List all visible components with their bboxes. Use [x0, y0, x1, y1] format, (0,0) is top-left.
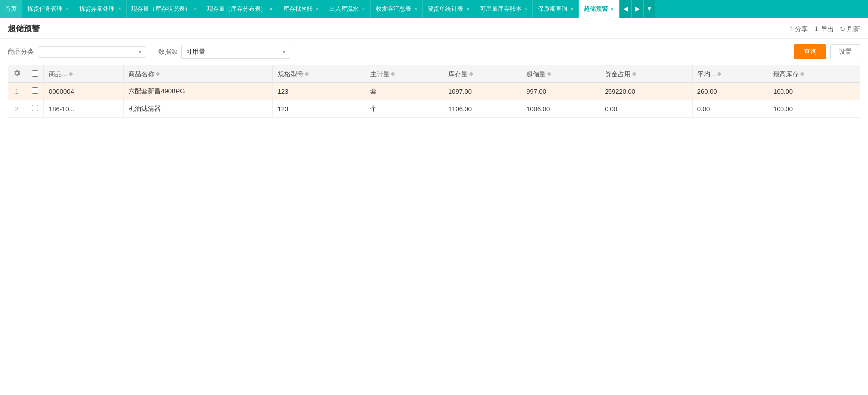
close-icon[interactable]: × — [118, 6, 121, 12]
close-icon[interactable]: × — [362, 6, 365, 12]
action-buttons: 查询 设置 — [794, 44, 860, 59]
close-icon[interactable]: × — [610, 6, 613, 12]
filter-category: 商品分类 ▾ — [8, 46, 146, 58]
cell-product-code: 186-10... — [44, 100, 124, 118]
nav-item-overstock[interactable]: 超储预警 × — [579, 0, 619, 18]
nav-bar: 首页 拣货任务管理 × 拣货异常处理 × 现存量（库存状况表） × 现存量（库存… — [0, 0, 868, 18]
cell-max-stock: 100.00 — [768, 83, 860, 100]
cell-capital-used: 0.00 — [600, 100, 692, 118]
table-row: 2 186-10... 机油滤清器 123 个 1106.00 1006.00 … — [8, 100, 860, 118]
sort-icon — [305, 72, 309, 76]
cell-unit: 个 — [365, 100, 443, 118]
sort-icon — [800, 72, 804, 76]
cell-product-name: 六配套新昌490BPG — [124, 83, 272, 100]
nav-item-summary[interactable]: 收发存汇总表 × — [371, 0, 423, 18]
row-checkbox[interactable] — [32, 87, 38, 94]
header-actions: ⤴ 分享 ⬇ 导出 ↻ 刷新 — [789, 25, 860, 34]
close-icon[interactable]: × — [66, 6, 69, 12]
chevron-down-icon: ▾ — [283, 49, 286, 55]
col-product-code[interactable]: 商品... — [44, 65, 124, 83]
page-title: 超储预警 — [8, 24, 40, 34]
col-capital-used[interactable]: 资金占用 — [600, 65, 692, 83]
page-header: 超储预警 ⤴ 分享 ⬇ 导出 ↻ 刷新 — [0, 18, 868, 39]
close-icon[interactable]: × — [414, 6, 417, 12]
sort-icon — [69, 72, 73, 76]
table-container: 商品... 商品名称 规格型号 — [0, 65, 868, 118]
cell-avg: 0.00 — [692, 100, 768, 118]
select-all-checkbox[interactable] — [32, 70, 38, 77]
cell-avg: 260.00 — [692, 83, 768, 100]
nav-next-button[interactable]: ▶ — [631, 0, 643, 18]
nav-prev-button[interactable]: ◀ — [619, 0, 631, 18]
category-select[interactable]: ▾ — [38, 46, 146, 58]
sort-icon — [632, 72, 636, 76]
cell-stock-qty: 1106.00 — [443, 100, 521, 118]
filter-datasource: 数据源 可用量 ▾ — [158, 45, 290, 59]
filter-bar: 商品分类 ▾ 数据源 可用量 ▾ 查询 设置 — [0, 39, 868, 65]
cell-unit: 套 — [365, 83, 443, 100]
close-icon[interactable]: × — [524, 6, 527, 12]
settings-button[interactable]: 设置 — [830, 44, 860, 59]
cell-over-qty: 997.00 — [521, 83, 600, 100]
nav-item-flow[interactable]: 出入库流水 × — [324, 0, 370, 18]
col-stock-qty[interactable]: 库存量 — [443, 65, 521, 83]
row-number: 1 — [8, 83, 26, 100]
datasource-label: 数据源 — [158, 47, 177, 56]
nav-item-requisition[interactable]: 要货单统计表 × — [423, 0, 475, 18]
col-max-stock[interactable]: 最高库存 — [768, 65, 860, 83]
row-checkbox-cell — [26, 83, 44, 100]
close-icon[interactable]: × — [570, 6, 573, 12]
gear-icon[interactable] — [13, 69, 21, 77]
nav-item-expiry[interactable]: 保质期查询 × — [533, 0, 579, 18]
sort-icon — [547, 72, 551, 76]
row-number: 2 — [8, 100, 26, 118]
checkbox-column-header — [26, 65, 44, 83]
sort-icon — [717, 72, 721, 76]
nav-item-task[interactable]: 拣货任务管理 × — [22, 0, 74, 18]
cell-over-qty: 1006.00 — [521, 100, 600, 118]
export-button[interactable]: ⬇ 导出 — [814, 25, 834, 34]
category-label: 商品分类 — [8, 47, 34, 56]
row-checkbox-cell — [26, 100, 44, 118]
close-icon[interactable]: × — [316, 6, 319, 12]
share-button[interactable]: ⤴ 分享 — [789, 25, 808, 34]
cell-product-name: 机油滤清器 — [124, 100, 272, 118]
data-table: 商品... 商品名称 规格型号 — [8, 65, 860, 118]
cell-max-stock: 100.00 — [768, 100, 860, 118]
col-spec[interactable]: 规格型号 — [272, 65, 365, 83]
table-row: 1 0000004 六配套新昌490BPG 123 套 1097.00 997.… — [8, 83, 860, 100]
nav-item-abnormal[interactable]: 拣货异常处理 × — [74, 0, 126, 18]
cell-product-code: 0000004 — [44, 83, 124, 100]
nav-more-button[interactable]: ▼ — [643, 0, 655, 18]
datasource-select-value: 可用量 — [186, 47, 275, 56]
nav-item-home[interactable]: 首页 — [0, 0, 22, 18]
page-container: 超储预警 ⤴ 分享 ⬇ 导出 ↻ 刷新 商品分类 ▾ 数据源 — [0, 18, 868, 395]
close-icon[interactable]: × — [269, 6, 272, 12]
sort-icon — [469, 72, 473, 76]
query-button[interactable]: 查询 — [794, 44, 826, 59]
cell-spec: 123 — [272, 100, 365, 118]
cell-spec: 123 — [272, 83, 365, 100]
cell-capital-used: 259220.00 — [600, 83, 692, 100]
refresh-button[interactable]: ↻ 刷新 — [840, 25, 860, 34]
cell-stock-qty: 1097.00 — [443, 83, 521, 100]
nav-item-stock-status[interactable]: 现存量（库存状况表） × — [127, 0, 202, 18]
nav-item-batch[interactable]: 库存批次账 × — [278, 0, 324, 18]
sort-icon — [391, 72, 395, 76]
share-icon: ⤴ — [789, 25, 793, 33]
row-checkbox[interactable] — [32, 105, 38, 111]
nav-item-available[interactable]: 可用量库存账本 × — [475, 0, 533, 18]
nav-item-stock-dist[interactable]: 现存量（库存分布表） × — [202, 0, 278, 18]
col-avg[interactable]: 平均... — [692, 65, 768, 83]
table-header-row: 商品... 商品名称 规格型号 — [8, 65, 860, 83]
col-unit[interactable]: 主计量 — [365, 65, 443, 83]
col-product-name[interactable]: 商品名称 — [124, 65, 272, 83]
table-body: 1 0000004 六配套新昌490BPG 123 套 1097.00 997.… — [8, 83, 860, 118]
col-over-qty[interactable]: 超储量 — [521, 65, 600, 83]
gear-column-header — [8, 65, 26, 83]
close-icon[interactable]: × — [194, 6, 197, 12]
refresh-icon: ↻ — [840, 25, 845, 33]
close-icon[interactable]: × — [466, 6, 469, 12]
datasource-select[interactable]: 可用量 ▾ — [181, 45, 290, 59]
chevron-down-icon: ▾ — [139, 49, 142, 55]
